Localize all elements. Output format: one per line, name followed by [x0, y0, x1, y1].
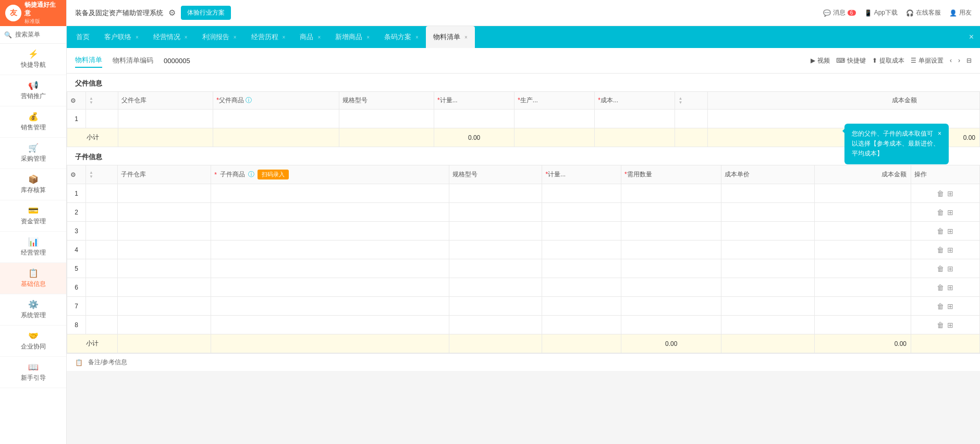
- child-row-7-warehouse[interactable]: [118, 297, 211, 316]
- child-row-2-warehouse[interactable]: [118, 203, 211, 222]
- child-row-7-cost-price[interactable]: [721, 297, 815, 316]
- child-row-8-spec[interactable]: [449, 316, 542, 334]
- gear-button[interactable]: ⚙: [168, 8, 176, 18]
- child-row-4-unit[interactable]: [542, 241, 621, 259]
- child-row-6-product[interactable]: [211, 278, 449, 297]
- sidebar-item-system[interactable]: ⚙️ 系统管理: [0, 294, 66, 326]
- child-row-8-copy-icon[interactable]: ⊞: [947, 321, 953, 329]
- child-row-8-quantity[interactable]: [621, 316, 721, 334]
- sidebar-item-guide[interactable]: 📖 新手引导: [0, 357, 66, 388]
- child-row-2-quantity[interactable]: [621, 203, 721, 222]
- child-row-5-copy-icon[interactable]: ⊞: [947, 265, 953, 273]
- sidebar-item-finance[interactable]: 💳 资金管理: [0, 200, 66, 232]
- child-row-4-cost-price[interactable]: [721, 241, 815, 259]
- child-row-8-delete-icon[interactable]: 🗑: [937, 321, 944, 329]
- shortcut-action[interactable]: ⌨ 快捷键: [836, 56, 866, 65]
- tab-home[interactable]: 首页: [69, 26, 97, 48]
- child-row-8-cost-price[interactable]: [721, 316, 815, 334]
- settings-gear-icon[interactable]: ⚙: [70, 97, 76, 104]
- tab-new-product-close[interactable]: ×: [366, 34, 370, 40]
- child-row-5-spec[interactable]: [449, 259, 542, 278]
- user-item[interactable]: 👤 用友: [949, 8, 972, 17]
- child-row-1-unit[interactable]: [542, 184, 621, 203]
- tab-barcode[interactable]: 条码方案 ×: [377, 26, 426, 48]
- child-row-8-product[interactable]: [211, 316, 449, 334]
- child-row-2-product[interactable]: [211, 203, 449, 222]
- tab-customer-close[interactable]: ×: [136, 34, 139, 40]
- child-row-5-cost-price[interactable]: [721, 259, 815, 278]
- sidebar-item-purchase[interactable]: 🛒 采购管理: [0, 138, 66, 169]
- child-row-2-delete-icon[interactable]: 🗑: [937, 208, 944, 217]
- single-settings-action[interactable]: ☰ 单据设置: [911, 56, 944, 65]
- app-download-item[interactable]: 📱 App下载: [864, 8, 898, 17]
- trial-button[interactable]: 体验行业方案: [181, 6, 231, 20]
- tab-operations[interactable]: 经营情况 ×: [146, 26, 195, 48]
- view-action[interactable]: ▶ 视频: [811, 56, 830, 65]
- sidebar-item-sales[interactable]: 💰 销售管理: [0, 106, 66, 138]
- tab-profit[interactable]: 利润报告 ×: [195, 26, 244, 48]
- tab-history-close[interactable]: ×: [283, 34, 286, 40]
- child-row-3-product[interactable]: [211, 222, 449, 241]
- tab-profit-close[interactable]: ×: [234, 34, 237, 40]
- child-row-6-copy-icon[interactable]: ⊞: [947, 283, 953, 292]
- tab-customer[interactable]: 客户联络 ×: [97, 26, 146, 48]
- child-row-6-cost-price[interactable]: [721, 278, 815, 297]
- child-row-1-warehouse[interactable]: [118, 184, 211, 203]
- sidebar-search[interactable]: 🔍 搜索菜单: [0, 26, 66, 44]
- child-row-3-delete-icon[interactable]: 🗑: [937, 227, 944, 235]
- child-row-3-copy-icon[interactable]: ⊞: [947, 227, 953, 235]
- sidebar-item-inventory[interactable]: 📦 库存核算: [0, 169, 66, 200]
- message-item[interactable]: 💬 消息 6: [823, 8, 856, 17]
- online-service-item[interactable]: 🎧 在线客服: [906, 8, 941, 17]
- child-row-1-product[interactable]: [211, 184, 449, 203]
- child-row-4-spec[interactable]: [449, 241, 542, 259]
- child-row-3-spec[interactable]: [449, 222, 542, 241]
- child-row-4-warehouse[interactable]: [118, 241, 211, 259]
- child-row-3-cost-price[interactable]: [721, 222, 815, 241]
- child-row-6-quantity[interactable]: [621, 278, 721, 297]
- child-row-4-quantity[interactable]: [621, 241, 721, 259]
- nav-next[interactable]: ›: [958, 57, 960, 64]
- parent-row-1-spec[interactable]: [339, 110, 434, 128]
- nav-prev[interactable]: ‹: [950, 57, 952, 64]
- child-row-7-quantity[interactable]: [621, 297, 721, 316]
- sidebar-item-basic-info[interactable]: 📋 基础信息: [0, 263, 66, 294]
- child-row-7-delete-icon[interactable]: 🗑: [937, 302, 944, 310]
- tab-barcode-close[interactable]: ×: [415, 34, 419, 40]
- extract-cost-action[interactable]: ⬆ 提取成本: [872, 56, 904, 65]
- child-row-2-unit[interactable]: [542, 203, 621, 222]
- sidebar-item-operations[interactable]: 📊 经营管理: [0, 232, 66, 263]
- child-row-3-unit[interactable]: [542, 222, 621, 241]
- expand-icon[interactable]: ⊟: [966, 57, 972, 64]
- tab-history[interactable]: 经营历程 ×: [244, 26, 293, 48]
- child-row-4-copy-icon[interactable]: ⊞: [947, 246, 953, 254]
- parent-row-1-cost[interactable]: [595, 110, 675, 128]
- sidebar-item-quick-nav[interactable]: ⚡ 快捷导航: [0, 44, 66, 75]
- tooltip-close[interactable]: ×: [938, 129, 941, 139]
- bottom-label[interactable]: 备注/参考信息: [88, 358, 127, 367]
- child-row-8-warehouse[interactable]: [118, 316, 211, 334]
- child-row-7-copy-icon[interactable]: ⊞: [947, 302, 953, 310]
- sidebar-item-enterprise[interactable]: 🤝 企业协同: [0, 326, 66, 357]
- parent-row-1-warehouse[interactable]: [118, 110, 213, 128]
- child-row-5-warehouse[interactable]: [118, 259, 211, 278]
- child-row-2-copy-icon[interactable]: ⊞: [947, 208, 953, 217]
- tab-new-product[interactable]: 新增商品 ×: [328, 26, 377, 48]
- child-row-2-cost-price[interactable]: [721, 203, 815, 222]
- child-row-1-quantity[interactable]: [621, 184, 721, 203]
- scan-button[interactable]: 扫码录入: [258, 170, 289, 179]
- child-row-5-product[interactable]: [211, 259, 449, 278]
- child-row-4-product[interactable]: [211, 241, 449, 259]
- child-row-5-unit[interactable]: [542, 259, 621, 278]
- child-row-1-spec[interactable]: [449, 184, 542, 203]
- tab-product[interactable]: 商品 ×: [292, 26, 328, 48]
- tab-bom-close[interactable]: ×: [464, 34, 468, 40]
- child-row-7-unit[interactable]: [542, 297, 621, 316]
- child-row-3-warehouse[interactable]: [118, 222, 211, 241]
- child-row-1-cost-price[interactable]: [721, 184, 815, 203]
- child-row-1-delete-icon[interactable]: 🗑: [937, 189, 944, 198]
- child-row-3-quantity[interactable]: [621, 222, 721, 241]
- parent-row-1-unit[interactable]: [434, 110, 514, 128]
- child-row-2-spec[interactable]: [449, 203, 542, 222]
- parent-row-1-product[interactable]: [213, 110, 339, 128]
